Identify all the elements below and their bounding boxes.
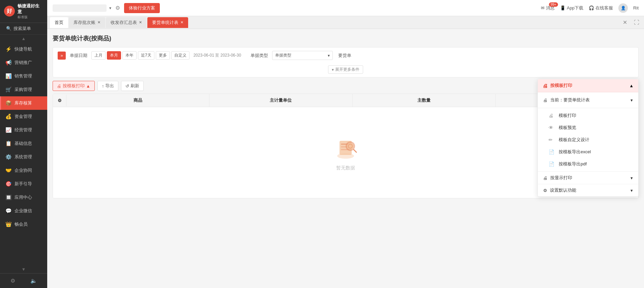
sidebar-item-inventory[interactable]: 📦 库存核算 [0,96,47,110]
dropdown-item-template-print[interactable]: 🖨 模板打印 [538,109,638,122]
type-select[interactable]: 单据类型 ▾ [272,51,333,60]
sidebar-item-guide[interactable]: 🎯 新手引导 [0,177,47,191]
app-logo-text: 畅捷通好生意 标准版 [18,3,43,19]
export-excel-icon: 📄 [549,149,554,155]
goods-filter-label: 要货单 [338,53,351,59]
app-download-btn[interactable]: 📱 App下载 [560,5,583,11]
current-template-item[interactable]: 🖨 当前：要货单统计表 ▾ [543,95,633,105]
sidebar-item-wechat[interactable]: 💬 企业微信 [0,204,47,218]
dropdown-item-template-preview[interactable]: 👁 模板预览 [538,122,638,134]
print-icon: 🖨 [57,84,61,89]
settings-footer-btn[interactable]: ⚙ [9,276,17,285]
sidebar-item-basic[interactable]: 📋 基础信息 [0,137,47,150]
sidebar-item-sales[interactable]: 📊 销售管理 [0,69,47,83]
dropdown-header: 🖨 按模板打印 ▲ [538,79,638,92]
date-btn-this-year[interactable]: 本年 [122,51,137,60]
filter-date-btns: 上月 本月 本年 近7天 更多 自定义 [91,51,189,60]
tab-order-stats[interactable]: 要货单统计表 ✕ [147,17,188,28]
date-btn-prev-month[interactable]: 上月 [91,51,106,60]
avatar-icon: 👤 [621,6,626,10]
dropdown-print-icon: 🖨 [543,83,548,89]
guide-icon: 🎯 [5,181,12,187]
default-func-icon: ⚙ [543,188,547,193]
dropdown-items-section: 🖨 模板打印 👁 模板预览 ✏ 模板自定义设计 📄 按模板导出excel 📄 [538,108,638,171]
page-title: 要货单统计表(按商品) [53,34,639,42]
empty-text: 暂无数据 [336,165,355,171]
messages-btn[interactable]: ✉ 消息 99+ [541,5,555,11]
date-btn-7days[interactable]: 近7天 [138,51,154,60]
dropdown-header-controls: ▲ [629,83,634,88]
tab-close-all-btn[interactable]: ✕ [621,19,629,26]
sidebar-item-member[interactable]: 👑 畅会员 [0,218,47,231]
dropdown-display-print-item[interactable]: 🖨 按显示打印 ▾ [538,172,638,184]
default-func-arrow: ▾ [631,188,633,193]
template-custom-icon: ✏ [549,137,554,142]
print-template-btn[interactable]: 🖨 按模板打印 ▲ [53,81,95,91]
topbar-settings-icon[interactable]: ⚙ [114,3,121,12]
main-content: ▾ ⚙ 体验行业方案 ✉ 消息 99+ 📱 App下载 🎧 在线客服 👤 Rit [47,0,644,288]
export-icon: ↑ [102,84,104,89]
industry-btn[interactable]: 体验行业方案 [124,3,160,13]
sidebar-item-purchase[interactable]: 🛒 采购管理 [0,83,47,96]
refresh-btn[interactable]: ↺ 刷新 [121,81,144,91]
topbar-search-input[interactable] [53,4,107,12]
dropdown-default-func-item[interactable]: ⚙ 设置默认功能 ▾ [538,184,638,196]
sidebar-item-quick-nav[interactable]: ⚡ 快捷导航 [0,42,47,56]
sidebar-item-system[interactable]: ⚙️ 系统管理 [0,150,47,164]
tabbar: 首页 库存批次账 ✕ 收发存汇总表 ✕ 要货单统计表 ✕ ✕ ⛶ [47,16,644,29]
date-btn-more[interactable]: 更多 [156,51,170,60]
tab-expand-btn[interactable]: ⛶ [632,19,641,26]
refresh-icon: ↺ [125,84,129,89]
sidebar-nav: ⚡ 快捷导航 📢 营销推广 📊 销售管理 🛒 采购管理 📦 库存核算 💰 资金管… [0,42,47,265]
sidebar-scroll-up[interactable]: ▲ [0,35,47,42]
message-icon: ✉ [541,5,545,10]
filter-toggle-btn[interactable]: » [58,52,66,60]
date-btn-this-month[interactable]: 本月 [107,51,121,60]
user-avatar[interactable]: 👤 [618,3,628,13]
tab-receipt-summary[interactable]: 收发存汇总表 ✕ [106,17,147,28]
filter-row: » 单据日期 上月 本月 本年 近7天 更多 自定义 2023-06-01 至 … [58,51,634,60]
date-btn-custom[interactable]: 自定义 [171,51,189,60]
sidebar-item-marketing[interactable]: 📢 营销推广 [0,56,47,69]
tab-batch-accounts[interactable]: 库存批次账 ✕ [69,17,105,28]
select-chevron-icon: ▾ [328,53,330,58]
tab-close-order-stats[interactable]: ✕ [180,20,183,25]
dropdown-chevron-up-icon: ▲ [629,83,634,88]
sidebar-item-operation[interactable]: 📈 经营管理 [0,123,47,137]
current-template-arrow: ▾ [631,98,633,103]
topbar-dropdown-arrow[interactable]: ▾ [109,6,111,10]
sound-footer-btn[interactable]: 🔈 [29,276,38,285]
dropdown-item-export-pdf[interactable]: 📄 按模板导出pdf [538,158,638,170]
sidebar-logo: 好 畅捷通好生意 标准版 [0,0,47,23]
filter-expand-more-btn[interactable]: ▾ 展开更多条件 [328,65,363,74]
tab-close-receipt-summary[interactable]: ✕ [139,20,142,25]
dropdown-item-export-excel[interactable]: 📄 按模板导出excel [538,146,638,158]
topbar-right: ✉ 消息 99+ 📱 App下载 🎧 在线客服 👤 Rit [541,3,639,13]
table-col-settings[interactable]: ⚙ [53,95,66,106]
purchase-icon: 🛒 [5,86,12,93]
table-col-unit: 主计量单位 [209,94,352,107]
tab-home[interactable]: 首页 [50,17,68,28]
print-dropdown-menu: 🖨 按模板打印 ▲ 🖨 当前：要货单统计表 ▾ [537,79,639,197]
filter-panel: » 单据日期 上月 本月 本年 近7天 更多 自定义 2023-06-01 至 … [53,47,639,77]
member-icon: 👑 [5,221,12,228]
sidebar-item-appstore[interactable]: 🔲 应用中心 [0,191,47,204]
display-print-icon: 🖨 [543,175,548,181]
sidebar-item-finance[interactable]: 💰 资金管理 [0,110,47,123]
svg-line-7 [354,150,356,152]
dropdown-item-template-custom[interactable]: ✏ 模板自定义设计 [538,134,638,146]
sidebar-search[interactable]: 🔍 搜索菜单 [0,23,47,35]
sidebar-scroll-down[interactable]: ▼ [0,265,47,273]
tab-close-batch-accounts[interactable]: ✕ [97,20,100,25]
basic-icon: 📋 [5,140,12,147]
sidebar-item-enterprise[interactable]: 🤝 企业协同 [0,164,47,177]
dropdown-title: 🖨 按模板打印 [543,83,572,89]
sidebar-footer: ⚙ 🔈 [0,273,47,288]
date-range-display: 2023-06-01 至 2023-06-30 [194,53,241,58]
marketing-icon: 📢 [5,59,12,66]
export-pdf-icon: 📄 [549,161,554,167]
inventory-icon: 📦 [5,100,12,106]
online-service-btn[interactable]: 🎧 在线客服 [589,5,613,11]
finance-icon: 💰 [5,113,12,120]
export-btn[interactable]: ↑ 导出 [97,81,119,91]
